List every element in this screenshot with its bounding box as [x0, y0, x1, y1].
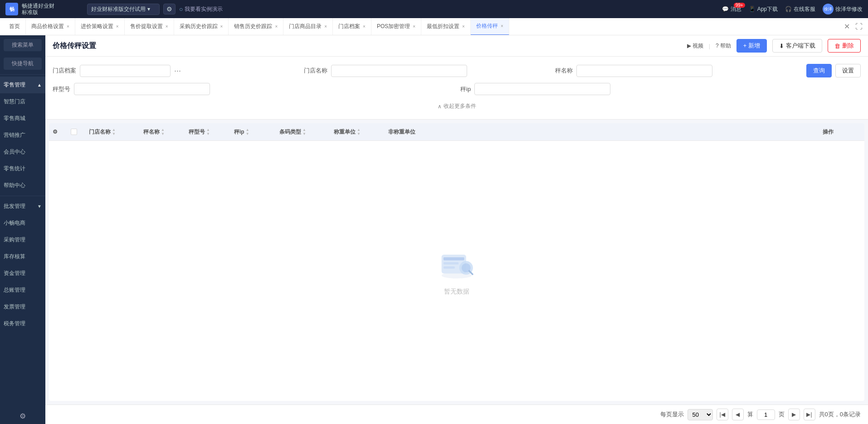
- sidebar-item-ecommerce[interactable]: 小畅电商: [0, 215, 45, 231]
- sidebar-footer: ⚙: [0, 408, 45, 424]
- sidebar-item-retail-stats[interactable]: 零售统计: [0, 160, 45, 177]
- store-archive-label: 门店档案: [53, 67, 76, 75]
- scale-name-input[interactable]: [576, 65, 712, 77]
- tab-price-setting[interactable]: 商品价格设置 ×: [26, 18, 75, 35]
- sidebar-item-invoice[interactable]: 发票管理: [0, 299, 45, 315]
- first-page-button[interactable]: |◀: [717, 409, 728, 420]
- search-menu-button[interactable]: 搜索菜单: [4, 39, 42, 51]
- close-icon[interactable]: ×: [324, 24, 327, 29]
- sidebar-item-purchase-manage[interactable]: 采购管理: [0, 231, 45, 248]
- th-scale-model[interactable]: 秤型号 ▲▼: [185, 123, 230, 140]
- app-download-button[interactable]: 📱 App下载: [749, 5, 778, 13]
- scale-ip-input[interactable]: [474, 83, 610, 95]
- tab-home[interactable]: 首页: [4, 18, 26, 35]
- page-content: 价格传秤设置 ▶ 视频 | ? 帮助 + 新增 ⬇ 客户端下载: [45, 35, 868, 424]
- settings-icon[interactable]: ⚙: [20, 412, 26, 420]
- th-store-name[interactable]: 门店名称 ▲▼: [85, 123, 140, 140]
- top-bar-center: 好业财标准版交付试用 ▾ ⚙ ○ 我要看实例演示: [87, 4, 722, 15]
- version-select[interactable]: 好业财标准版交付试用 ▾: [87, 4, 160, 15]
- sort-icon: ▲▼: [302, 128, 306, 136]
- tab-purchase-history[interactable]: 采购历史价跟踪 ×: [174, 18, 229, 35]
- tab-store-archive[interactable]: 门店档案 ×: [333, 18, 371, 35]
- tab-store-catalog[interactable]: 门店商品目录 ×: [283, 18, 333, 35]
- page-input[interactable]: [757, 410, 775, 420]
- sidebar-item-smart-store[interactable]: 智慧门店: [0, 93, 45, 110]
- tab-purchase-strategy[interactable]: 进价策略设置 ×: [75, 18, 125, 35]
- table-area: ⚙ 门店名称 ▲▼ 秤名称 ▲▼ 秤型号 ▲▼: [49, 123, 864, 401]
- sidebar-item-retail-mall[interactable]: 零售商城: [0, 110, 45, 127]
- sidebar-item-ledger[interactable]: 总账管理: [0, 282, 45, 299]
- demo-link[interactable]: ○ 我要看实例演示: [179, 5, 223, 13]
- close-icon[interactable]: ×: [501, 24, 503, 29]
- sidebar-item-capital[interactable]: 资金管理: [0, 265, 45, 282]
- sidebar-item-inventory[interactable]: 库存核算: [0, 248, 45, 265]
- help-link[interactable]: ? 帮助: [716, 42, 731, 50]
- gear-button[interactable]: ⚙: [163, 4, 176, 14]
- sidebar: 搜索菜单 快捷导航 零售管理 ▲ 智慧门店 零售商城 营销推广 会员中心: [0, 35, 45, 424]
- svg-rect-4: [444, 266, 455, 269]
- close-icon[interactable]: ×: [275, 24, 278, 29]
- tab-sale-extract[interactable]: 售价提取设置 ×: [125, 18, 174, 35]
- sort-icon: ▲▼: [161, 128, 165, 136]
- close-icon[interactable]: ×: [67, 24, 69, 29]
- close-icon[interactable]: ×: [220, 24, 223, 29]
- close-tab-button[interactable]: ✕: [842, 21, 852, 32]
- quick-nav-button[interactable]: 快捷导航: [4, 58, 42, 70]
- help-icon: ?: [716, 43, 719, 49]
- sidebar-item-retail-manage[interactable]: 零售管理 ▲: [0, 77, 45, 93]
- scale-model-input[interactable]: [74, 83, 210, 95]
- fullscreen-button[interactable]: ⛶: [853, 22, 864, 32]
- th-checkbox: [67, 123, 85, 140]
- svg-rect-3: [444, 262, 458, 265]
- close-icon[interactable]: ×: [462, 24, 465, 29]
- messages-badge: 99+: [734, 3, 745, 8]
- store-archive-input[interactable]: [80, 65, 171, 77]
- close-icon[interactable]: ×: [363, 24, 366, 29]
- prev-page-button[interactable]: ◀: [732, 409, 744, 420]
- delete-button[interactable]: 🗑 删除: [828, 39, 861, 53]
- download-icon: ⬇: [779, 43, 784, 49]
- app-title: 畅捷通好业财 标准版: [22, 3, 54, 16]
- per-page-select[interactable]: 50 10 20 100: [688, 409, 713, 420]
- header-checkbox[interactable]: [71, 129, 77, 135]
- query-actions: 查询 设置: [806, 64, 861, 77]
- tab-price-scale[interactable]: 价格传秤 ×: [471, 18, 509, 35]
- setup-button[interactable]: 设置: [835, 64, 861, 77]
- filter-scale-name: 秤名称: [555, 65, 799, 77]
- collapse-button[interactable]: ∧ 收起更多条件: [438, 102, 476, 110]
- sidebar-item-member-center[interactable]: 会员中心: [0, 144, 45, 160]
- user-menu-button[interactable]: 徐泽 徐泽华修改: [823, 4, 863, 14]
- close-icon[interactable]: ×: [413, 24, 415, 29]
- messages-button[interactable]: 💬 消息 99+: [722, 5, 741, 13]
- tab-pos-manage[interactable]: POS加密管理 ×: [371, 18, 421, 35]
- close-icon[interactable]: ×: [166, 24, 168, 29]
- sidebar-item-tax[interactable]: 税务管理: [0, 315, 45, 332]
- sidebar-item-wholesale-manage[interactable]: 批发管理 ▼: [0, 198, 45, 215]
- store-archive-more-button[interactable]: ···: [174, 66, 181, 76]
- th-scale-name[interactable]: 秤名称 ▲▼: [140, 123, 185, 140]
- download-button[interactable]: ⬇ 客户端下载: [772, 39, 822, 53]
- th-barcode-type[interactable]: 条码类型 ▲▼: [276, 123, 330, 140]
- sidebar-item-help-center[interactable]: 帮助中心: [0, 177, 45, 194]
- add-button[interactable]: + 新增: [736, 39, 767, 53]
- sidebar-divider: [0, 74, 45, 75]
- tab-min-discount[interactable]: 最低折扣设置 ×: [421, 18, 471, 35]
- scale-model-label: 秤型号: [53, 85, 70, 93]
- sort-icon: ▲▼: [206, 128, 210, 136]
- page-suffix: 页: [779, 410, 785, 419]
- query-button[interactable]: 查询: [806, 64, 832, 77]
- th-operation: 操作: [819, 123, 864, 140]
- filter-scale-ip: 秤ip: [460, 83, 861, 95]
- tab-sale-history[interactable]: 销售历史价跟踪 ×: [229, 18, 283, 35]
- chevron-up-icon: ▲: [37, 82, 42, 87]
- sidebar-item-marketing[interactable]: 营销推广: [0, 127, 45, 144]
- th-scale-ip[interactable]: 秤ip ▲▼: [230, 123, 276, 140]
- close-icon[interactable]: ×: [116, 24, 119, 29]
- video-link[interactable]: ▶ 视频: [687, 42, 703, 50]
- store-name-input[interactable]: [331, 65, 467, 77]
- th-weight-unit[interactable]: 称重单位 ▲▼: [330, 123, 385, 140]
- next-page-button[interactable]: ▶: [788, 409, 800, 420]
- last-page-button[interactable]: ▶|: [804, 409, 815, 420]
- page-label: 算: [747, 410, 753, 419]
- online-service-button[interactable]: 🎧 在线客服: [785, 5, 815, 13]
